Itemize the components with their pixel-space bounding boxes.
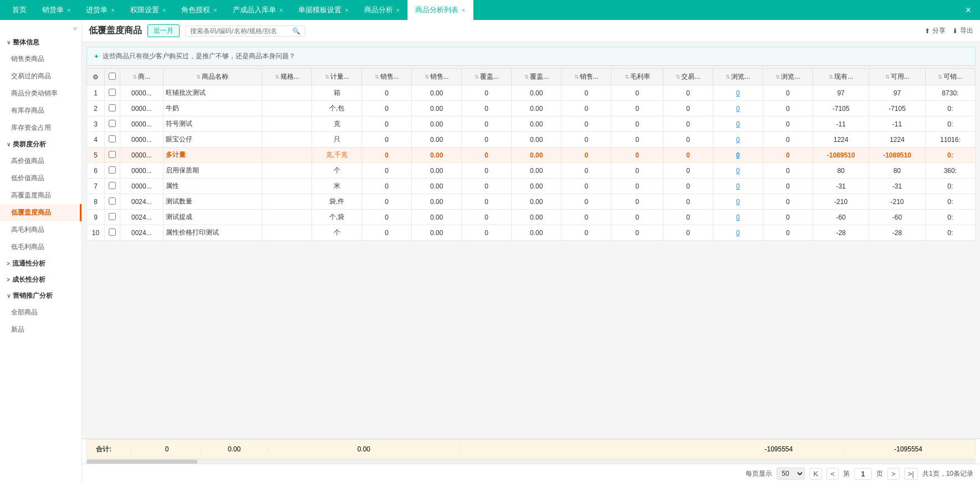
cell-checkbox[interactable]	[105, 194, 120, 210]
sort-icon[interactable]: ⇅	[885, 74, 890, 80]
close-all-button[interactable]: ×	[961, 4, 976, 16]
sidebar-item-low-coverage[interactable]: 低覆盖度商品	[0, 204, 81, 221]
sort-icon[interactable]: ⇅	[676, 74, 680, 80]
sidebar-collapse-button[interactable]: «	[0, 20, 81, 34]
nav-finished-goods[interactable]: 产成品入库单 ×	[225, 0, 290, 20]
horizontal-scrollbar[interactable]	[86, 459, 976, 464]
cell-cov2: 0.00	[512, 85, 562, 101]
sort-icon[interactable]: ⇅	[275, 74, 279, 80]
cell-browse1[interactable]: 0	[713, 101, 763, 116]
row-checkbox[interactable]	[109, 166, 116, 174]
nav-role-auth[interactable]: 角色授权 ×	[173, 0, 224, 20]
row-checkbox[interactable]	[109, 182, 116, 189]
row-checkbox[interactable]	[109, 213, 116, 220]
col-checkbox[interactable]	[105, 69, 120, 85]
per-page-select[interactable]: 50 100 200	[777, 467, 805, 480]
page-number-input[interactable]	[854, 468, 872, 480]
nav-goods-analysis-list[interactable]: 商品分析列表 ×	[407, 0, 473, 20]
cell-checkbox[interactable]	[105, 179, 120, 194]
nav-permission[interactable]: 权限设置 ×	[122, 0, 173, 20]
cell-browse1[interactable]: 0	[713, 116, 763, 132]
sidebar-item-high-margin[interactable]: 高毛利商品	[0, 221, 81, 238]
sidebar-item-high-coverage[interactable]: 高覆盖度商品	[0, 187, 81, 204]
sidebar-item-low-margin[interactable]: 低毛利商品	[0, 238, 81, 256]
sidebar-item-low-value[interactable]: 低价值商品	[0, 170, 81, 187]
search-icon[interactable]: 🔍	[292, 27, 300, 35]
settings-icon[interactable]: ⚙	[93, 73, 99, 81]
sidebar-item-stock-fund[interactable]: 库存资金占用	[0, 119, 81, 136]
sidebar-item-in-stock[interactable]: 有库存商品	[0, 102, 81, 119]
row-checkbox[interactable]	[109, 135, 116, 143]
cell-checkbox[interactable]	[105, 148, 120, 163]
sort-icon[interactable]: ⇅	[726, 74, 730, 80]
cell-browse1[interactable]: 0	[713, 85, 763, 101]
sort-icon[interactable]: ⇅	[132, 74, 137, 80]
nav-goods-analysis[interactable]: 商品分析 ×	[356, 0, 407, 20]
sort-icon[interactable]: ⇅	[474, 74, 479, 80]
select-all-checkbox[interactable]	[109, 73, 116, 80]
cell-checkbox[interactable]	[105, 163, 120, 179]
sort-icon[interactable]: ⇅	[196, 74, 201, 80]
cell-browse1[interactable]: 0	[713, 194, 763, 210]
row-checkbox[interactable]	[109, 197, 116, 205]
prev-page-button[interactable]: <	[826, 468, 839, 480]
sidebar-item-all-goods[interactable]: 全部商品	[0, 304, 81, 321]
cell-checkbox[interactable]	[105, 116, 120, 132]
cell-checkbox[interactable]	[105, 101, 120, 116]
sort-icon[interactable]: ⇅	[775, 74, 780, 80]
sidebar-group-overall[interactable]: ∨ 整体信息	[0, 34, 81, 50]
cell-checkbox[interactable]	[105, 85, 120, 101]
sidebar-item-high-value[interactable]: 高价值商品	[0, 152, 81, 170]
first-page-button[interactable]: K	[809, 468, 822, 480]
sidebar-item-traded-goods[interactable]: 交易过的商品	[0, 68, 81, 85]
close-icon[interactable]: ×	[279, 7, 283, 13]
cell-browse1[interactable]: 0	[713, 179, 763, 194]
sidebar-group-cluster[interactable]: ∨ 类群度分析	[0, 136, 81, 152]
row-checkbox[interactable]	[109, 104, 116, 111]
cell-browse1[interactable]: 0	[713, 225, 763, 241]
sidebar-item-category-rate[interactable]: 商品分类动销率	[0, 85, 81, 102]
row-checkbox[interactable]	[109, 120, 116, 127]
cell-browse1[interactable]: 0	[713, 163, 763, 179]
sort-icon[interactable]: ⇅	[829, 74, 833, 80]
sort-icon[interactable]: ⇅	[574, 74, 579, 80]
cell-checkbox[interactable]	[105, 225, 120, 241]
sort-icon[interactable]: ⇅	[375, 74, 379, 80]
close-icon[interactable]: ×	[462, 7, 465, 13]
sidebar-group-circulation[interactable]: > 流通性分析	[0, 256, 81, 272]
sort-icon[interactable]: ⇅	[625, 74, 629, 80]
nav-home[interactable]: 首页	[4, 0, 34, 20]
cell-checkbox[interactable]	[105, 210, 120, 225]
sidebar-group-growth[interactable]: > 成长性分析	[0, 272, 81, 288]
cell-browse1[interactable]: 0	[713, 210, 763, 225]
sort-icon[interactable]: ⇅	[325, 74, 329, 80]
row-checkbox[interactable]	[109, 151, 116, 158]
nav-template[interactable]: 单据模板设置 ×	[290, 0, 356, 20]
close-icon[interactable]: ×	[111, 7, 114, 13]
sidebar-item-sales-goods[interactable]: 销售类商品	[0, 50, 81, 68]
close-icon[interactable]: ×	[67, 7, 70, 13]
nav-purchase-order[interactable]: 进货单 ×	[78, 0, 122, 20]
export-button[interactable]: ⬇ 导出	[952, 26, 973, 35]
sidebar-item-new-goods[interactable]: 新品	[0, 321, 81, 338]
sidebar-group-marketing[interactable]: ∨ 营销推广分析	[0, 288, 81, 304]
cell-browse1[interactable]: 0	[713, 132, 763, 148]
nav-sales-order[interactable]: 销货单 ×	[34, 0, 78, 20]
cell-checkbox[interactable]	[105, 132, 120, 148]
cell-browse1[interactable]: 0	[713, 148, 763, 163]
close-icon[interactable]: ×	[162, 7, 166, 13]
row-checkbox[interactable]	[109, 89, 116, 96]
period-button[interactable]: 近一月	[147, 24, 180, 37]
share-button[interactable]: ⬆ 分享	[925, 26, 946, 35]
close-icon[interactable]: ×	[345, 7, 348, 13]
col-settings[interactable]: ⚙	[87, 69, 105, 85]
close-icon[interactable]: ×	[396, 7, 400, 13]
close-icon[interactable]: ×	[213, 7, 217, 13]
sort-icon[interactable]: ⇅	[938, 74, 942, 80]
sort-icon[interactable]: ⇅	[425, 74, 429, 80]
next-page-button[interactable]: >	[887, 468, 900, 480]
sort-icon[interactable]: ⇅	[524, 74, 529, 80]
last-page-button[interactable]: >|	[904, 468, 918, 480]
row-checkbox[interactable]	[109, 228, 116, 236]
search-input[interactable]	[190, 27, 290, 35]
